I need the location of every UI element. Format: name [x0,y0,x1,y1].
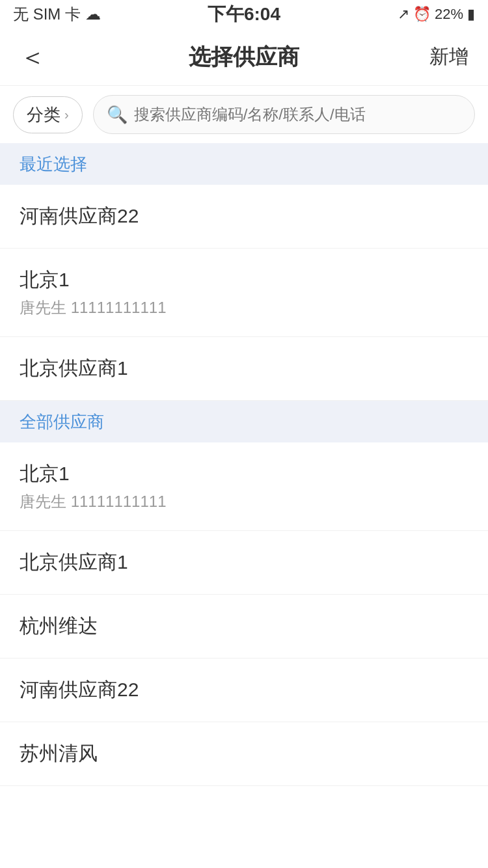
item-name: 苏州清风 [20,740,468,767]
page-title: 选择供应商 [189,42,299,72]
item-name: 北京供应商1 [20,355,468,382]
recent-section-header: 最近选择 [0,143,488,185]
status-right: ↗ ⏰ 22% ▮ [398,6,475,23]
list-item[interactable]: 河南供应商22 [0,185,488,249]
battery-level: 22% [435,6,463,23]
nav-bar: ＜ 选择供应商 新增 [0,29,488,86]
back-button[interactable]: ＜ [20,39,59,75]
all-section-label: 全部供应商 [20,411,104,433]
chevron-right-icon: › [64,107,69,122]
status-bar: 无 SIM 卡 ☁ 下午6:04 ↗ ⏰ 22% ▮ [0,0,488,29]
add-button[interactable]: 新增 [429,44,468,70]
item-sub: 唐先生 11111111111 [20,491,468,512]
all-section-header: 全部供应商 [0,401,488,442]
recent-list: 河南供应商22北京1唐先生 11111111111北京供应商1 [0,185,488,401]
item-name: 杭州维达 [20,613,468,640]
status-time: 下午6:04 [208,2,280,27]
item-name: 河南供应商22 [20,677,468,703]
search-input[interactable] [134,105,461,124]
alarm-icon: ⏰ [413,6,431,23]
item-name: 北京1 [20,267,468,293]
search-icon: 🔍 [107,105,128,125]
recent-section-label: 最近选择 [20,153,87,176]
list-item[interactable]: 河南供应商22 [0,658,488,722]
list-item[interactable]: 北京1唐先生 11111111111 [0,442,488,531]
all-list: 北京1唐先生 11111111111北京供应商1杭州维达河南供应商22苏州清风 [0,442,488,786]
list-item[interactable]: 北京1唐先生 11111111111 [0,249,488,337]
item-name: 北京1 [20,461,468,487]
category-button[interactable]: 分类 › [13,96,83,133]
item-name: 北京供应商1 [20,549,468,576]
list-item[interactable]: 北京供应商1 [0,337,488,401]
sim-status: 无 SIM 卡 ☁ [13,4,101,25]
list-item[interactable]: 苏州清风 [0,722,488,786]
list-item[interactable]: 北京供应商1 [0,531,488,595]
item-sub: 唐先生 11111111111 [20,297,468,318]
battery-icon: ▮ [467,6,475,23]
list-item[interactable]: 杭州维达 [0,595,488,658]
item-name: 河南供应商22 [20,203,468,230]
status-left: 无 SIM 卡 ☁ [13,4,101,25]
category-label: 分类 [27,103,61,126]
location-icon: ↗ [398,6,409,23]
filter-bar: 分类 › 🔍 [0,86,488,143]
search-box[interactable]: 🔍 [93,95,475,134]
